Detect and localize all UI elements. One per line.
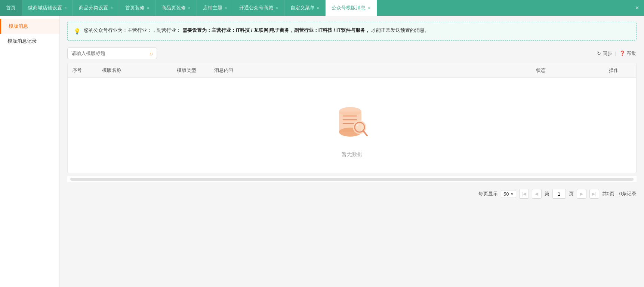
sidebar-item-template-msg[interactable]: 模版消息 bbox=[0, 19, 59, 34]
nav-tab-homepage-decoration[interactable]: 首页装修 × bbox=[119, 0, 155, 16]
page-size-value: 50 bbox=[503, 191, 509, 197]
sidebar-item-template-msg-records[interactable]: 模版消息记录 bbox=[0, 34, 59, 49]
nav-tab-open-wechat-mall[interactable]: 开通公众号商城 × bbox=[233, 0, 284, 16]
page-input[interactable] bbox=[552, 189, 566, 199]
sync-label: 同步 bbox=[603, 50, 612, 57]
svg-point-9 bbox=[356, 124, 358, 126]
chevron-down-icon: ∨ bbox=[511, 192, 514, 196]
nav-tab-template-message[interactable]: 公众号模版消息 × bbox=[326, 0, 376, 16]
page-last-button[interactable]: ▶| bbox=[589, 189, 599, 199]
nav-tab-store-settings[interactable]: 微商城店铺设置 × bbox=[22, 0, 73, 16]
content-area: 💡 您的公众号行业为：主营行业：，副营行业： 需要设置为：主营行业：IT科技 /… bbox=[60, 16, 644, 287]
nav-tab-template-message-label: 公众号模版消息 bbox=[332, 4, 366, 11]
page-prev-button[interactable]: ◀ bbox=[532, 189, 542, 199]
search-icon[interactable]: ⌕ bbox=[146, 48, 157, 59]
table-header: 序号 模版名称 模版类型 消息内容 状态 操作 bbox=[68, 63, 636, 78]
toolbar-right: ↻ 同步 | ❓ 帮助 bbox=[597, 50, 637, 57]
total-info: 共0页，0条记录 bbox=[602, 190, 637, 197]
info-banner: 💡 您的公众号行业为：主营行业：，副营行业： 需要设置为：主营行业：IT科技 /… bbox=[67, 22, 637, 41]
nav-tab-custom-menu-close[interactable]: × bbox=[317, 6, 319, 10]
th-name: 模版名称 bbox=[98, 63, 172, 77]
nav-tab-store-theme[interactable]: 店铺主题 × bbox=[197, 0, 233, 16]
empty-text: 暂无数据 bbox=[342, 151, 363, 158]
th-seq: 序号 bbox=[68, 63, 98, 77]
sidebar-item-template-msg-records-label: 模版消息记录 bbox=[7, 38, 37, 44]
info-banner-highlight: 需要设置为：主营行业：IT科技 / 互联网|电子商务，副营行业：IT科技 / I… bbox=[182, 27, 370, 33]
nav-tab-store-theme-close[interactable]: × bbox=[225, 6, 227, 10]
svg-line-8 bbox=[363, 131, 367, 135]
nav-tab-home-label: 首页 bbox=[6, 4, 16, 11]
nav-tab-store-settings-label: 微商城店铺设置 bbox=[28, 4, 62, 11]
page-size-label: 每页显示 bbox=[478, 190, 498, 197]
page-size-select[interactable]: 50 ∨ bbox=[501, 190, 516, 198]
th-type: 模版类型 bbox=[172, 63, 210, 77]
nav-tab-product-decoration[interactable]: 商品页装修 × bbox=[155, 0, 197, 16]
bulb-icon: 💡 bbox=[74, 27, 81, 36]
help-circle-icon: ❓ bbox=[619, 51, 625, 56]
empty-illustration bbox=[330, 100, 375, 145]
sidebar-item-template-msg-label: 模版消息 bbox=[9, 23, 28, 29]
sync-button[interactable]: ↻ 同步 bbox=[597, 50, 612, 57]
empty-state: 暂无数据 bbox=[68, 78, 636, 173]
page-first-button[interactable]: |◀ bbox=[519, 189, 529, 199]
nav-tab-open-wechat-mall-label: 开通公众号商城 bbox=[239, 4, 273, 11]
top-nav: 首页 微商城店铺设置 × 商品分类设置 × 首页装修 × 商品页装修 × 店铺主… bbox=[0, 0, 644, 16]
nav-tab-category-settings[interactable]: 商品分类设置 × bbox=[73, 0, 119, 16]
search-box: ⌕ bbox=[67, 48, 157, 59]
data-table: 序号 模版名称 模版类型 消息内容 状态 操作 bbox=[67, 63, 637, 173]
toolbar-row: ⌕ ↻ 同步 | ❓ 帮助 bbox=[67, 48, 637, 59]
info-banner-prefix: 您的公众号行业为：主营行业：，副营行业： bbox=[84, 27, 181, 33]
nav-tab-store-settings-close[interactable]: × bbox=[64, 6, 67, 10]
th-status: 状态 bbox=[531, 63, 591, 77]
divider: | bbox=[615, 51, 616, 56]
refresh-icon: ↻ bbox=[597, 51, 601, 56]
sidebar: 模版消息 模版消息记录 bbox=[0, 16, 60, 287]
nav-tab-homepage-decoration-close[interactable]: × bbox=[147, 6, 149, 10]
search-input[interactable] bbox=[68, 48, 146, 58]
nav-tab-home[interactable]: 首页 bbox=[0, 0, 22, 16]
scrollbar-row bbox=[67, 176, 637, 182]
main-layout: 模版消息 模版消息记录 💡 您的公众号行业为：主营行业：，副营行业： 需要设置为… bbox=[0, 16, 644, 287]
info-banner-text: 您的公众号行业为：主营行业：，副营行业： 需要设置为：主营行业：IT科技 / 互… bbox=[84, 27, 429, 34]
nav-tab-homepage-decoration-label: 首页装修 bbox=[125, 4, 145, 11]
nav-tab-custom-menu[interactable]: 自定义菜单 × bbox=[284, 0, 326, 16]
nav-tab-store-theme-label: 店铺主题 bbox=[203, 4, 222, 11]
pagination-row: 每页显示 50 ∨ |◀ ◀ 第 页 ▶ ▶| 共0页，0条记录 bbox=[67, 185, 637, 202]
nav-tab-product-decoration-label: 商品页装修 bbox=[161, 4, 186, 11]
nav-close-all-button[interactable]: × bbox=[630, 4, 644, 11]
help-label: 帮助 bbox=[627, 50, 637, 57]
nav-tab-custom-menu-label: 自定义菜单 bbox=[290, 4, 315, 11]
th-action: 操作 bbox=[591, 63, 636, 77]
help-button[interactable]: ❓ 帮助 bbox=[619, 50, 637, 57]
nav-tab-product-decoration-close[interactable]: × bbox=[188, 6, 190, 10]
nav-tab-category-settings-close[interactable]: × bbox=[110, 6, 113, 10]
nav-tab-open-wechat-mall-close[interactable]: × bbox=[275, 6, 278, 10]
info-banner-suffix: 才能正常发送预置的消息。 bbox=[371, 27, 429, 33]
page-prefix: 第 bbox=[545, 190, 549, 197]
nav-tab-category-settings-label: 商品分类设置 bbox=[79, 4, 108, 11]
page-unit: 页 bbox=[569, 190, 574, 197]
scrollbar-track[interactable] bbox=[70, 178, 634, 181]
th-content: 消息内容 bbox=[210, 63, 531, 77]
nav-tab-template-message-close[interactable]: × bbox=[368, 6, 370, 10]
page-next-button[interactable]: ▶ bbox=[577, 189, 586, 199]
